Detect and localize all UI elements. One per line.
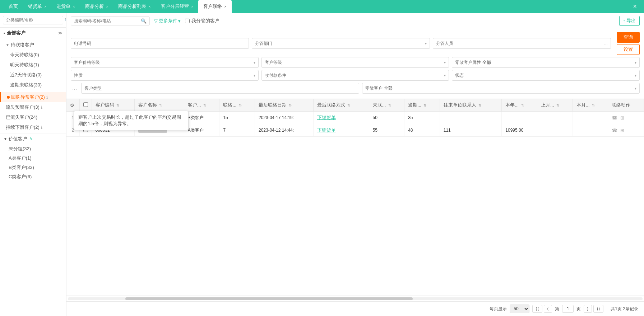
sidebar-item-class-b[interactable]: B类客户(33) [0, 163, 66, 172]
sort-last-month-icon[interactable]: ⇅ [556, 103, 559, 107]
close-purchase-icon[interactable]: × [73, 4, 75, 9]
nav-customer-contact[interactable]: 客户联络 × [198, 0, 231, 13]
col-checkbox [79, 99, 92, 112]
sort-uncontact-icon[interactable]: ⇅ [388, 103, 391, 107]
customer-type-field[interactable]: 客户类型 [81, 83, 359, 94]
page-size-select[interactable]: 50 100 200 [510, 305, 529, 313]
status-field[interactable]: 状态 ▾ [452, 70, 640, 81]
retail-attr-field[interactable]: 零散客户属性 全部 ▾ [452, 57, 640, 68]
sort-date-icon[interactable]: ⇅ [289, 103, 292, 107]
sort-overdue-icon[interactable]: ⇅ [423, 103, 426, 107]
page-navigation: ⟨⟨ ⟨ 第 页 ⟩ ⟩⟩ [532, 305, 603, 313]
retail-customer-field[interactable]: 零散客户 全部 ▾ [362, 83, 640, 94]
more-action-icon[interactable]: ⊞ [620, 128, 624, 133]
export-button[interactable]: ↑ 导出 [619, 16, 640, 26]
more-filters-dots[interactable]: ... [71, 85, 78, 91]
waiting-contact-title[interactable]: ▼ 待联络客户 [0, 40, 66, 50]
sort-contact-person-icon[interactable]: ⇅ [478, 103, 481, 107]
page-number-input[interactable] [562, 305, 574, 313]
settings-gear-icon[interactable]: ⚙ [70, 103, 74, 108]
gender-dropdown-icon: ▾ [254, 74, 255, 77]
col-type: 客户... ⇅ [184, 99, 219, 112]
sort-this-month-icon[interactable]: ⇅ [592, 103, 595, 107]
nav-customer-tier[interactable]: 客户分层经营 × [156, 0, 198, 13]
sidebar-item-declining[interactable]: 持续下滑客户(2) ℹ [0, 122, 66, 132]
nav-goods-analysis[interactable]: 商品分析 × [80, 0, 113, 13]
close-goods-analysis-icon[interactable]: × [106, 4, 108, 9]
close-sales-icon[interactable]: × [44, 4, 46, 9]
col-settings[interactable]: ⚙ [66, 99, 79, 112]
sort-name-icon[interactable]: ⇅ [159, 103, 162, 107]
sidebar-expand-icon[interactable]: ≫ [58, 31, 62, 36]
manager-field[interactable]: 分管人员 ... [433, 38, 611, 49]
phone-field[interactable]: 电话号码 [71, 38, 249, 49]
edit-value-customers-icon[interactable]: ✎ [29, 137, 33, 141]
row-overdue-cell: 48 [404, 124, 440, 137]
sidebar-item-class-a[interactable]: A类客户(1) [0, 154, 66, 163]
contact-action-icon[interactable]: ☎ [612, 115, 617, 121]
all-customers-title[interactable]: ▪ 全部客户 ≫ [0, 28, 66, 38]
search-icon[interactable]: 🔍 [141, 18, 147, 24]
price-level-dropdown-icon: ▾ [254, 61, 255, 65]
scroll-thumb[interactable] [125, 297, 413, 300]
gender-field[interactable]: 性质 ▾ [71, 70, 259, 81]
dept-field[interactable]: 分管部门 ▾ [252, 38, 430, 49]
sort-code-icon[interactable]: ⇅ [116, 103, 119, 107]
col-name: 客户名称 ⇅ [134, 99, 184, 112]
scroll-track[interactable] [68, 297, 643, 300]
more-action-icon[interactable]: ⊞ [620, 115, 624, 121]
sidebar-item-7days[interactable]: 近7天待联络(0) [0, 70, 66, 80]
nav-goods-list[interactable]: 商品分析列表 × [113, 0, 156, 13]
sort-contact-count-icon[interactable]: ⇅ [239, 103, 242, 107]
col-contact-person: 往来单位联系人 ⇅ [440, 99, 502, 112]
sidebar-item-lost-warning[interactable]: 流失预警客户(3) ℹ [0, 102, 66, 112]
nav-home[interactable]: 首页 [4, 0, 23, 13]
close-customer-contact-icon[interactable]: × [224, 4, 226, 9]
sidebar-item-tomorrow[interactable]: 明天待联络(1) [0, 60, 66, 70]
contact-action-icon[interactable]: ☎ [612, 128, 617, 133]
info-icon: ℹ [46, 95, 48, 100]
settings-button[interactable]: 设置 [617, 44, 640, 55]
payment-field[interactable]: 收付款条件 ▾ [261, 70, 449, 81]
close-customer-tier-icon[interactable]: × [191, 4, 193, 9]
sidebar-search-input[interactable] [3, 16, 63, 24]
first-page-button[interactable]: ⟨⟨ [532, 305, 542, 313]
more-conditions-button[interactable]: ▽ 更多条件 ▾ [154, 18, 181, 24]
prev-page-button[interactable]: ⟨ [544, 305, 552, 313]
select-all-checkbox[interactable] [83, 102, 88, 107]
search-input[interactable] [74, 18, 139, 23]
pagination-bar: 每页显示 50 100 200 ⟨⟨ ⟨ 第 页 ⟩ ⟩⟩ 共1页 2条记录 [66, 301, 644, 316]
close-window-button[interactable]: × [629, 3, 640, 10]
nav-purchase[interactable]: 进货单 × [51, 0, 80, 13]
sidebar-item-class-c[interactable]: C类客户(6) [0, 172, 66, 181]
action-buttons: 查询 设置 [617, 32, 640, 55]
nav-sales[interactable]: 销货单 × [23, 0, 51, 13]
last-contact-type-link[interactable]: 下销货单 [317, 127, 336, 133]
my-customers-checkbox[interactable] [185, 19, 190, 23]
close-goods-list-icon[interactable]: × [148, 4, 150, 9]
last-page-button[interactable]: ⟩⟩ [593, 305, 603, 313]
horizontal-scrollbar[interactable] [66, 296, 644, 301]
waiting-contact-group: ▼ 待联络客户 今天待联络(0) 明天待联络(1) 近7天待联络(0) 逾期未联… [0, 38, 66, 91]
sidebar-item-today[interactable]: 今天待联络(0) [0, 50, 66, 60]
row-last-contact-type-cell[interactable]: 下销货单 [313, 112, 369, 124]
query-button[interactable]: 查询 [617, 32, 640, 43]
chevron-down-icon: ▾ [178, 18, 181, 24]
my-customers-filter[interactable]: 我分管的客户 [185, 18, 219, 24]
sidebar-item-repurchase-abnormal[interactable]: 回购异常客户(2) ℹ [0, 92, 66, 102]
sidebar-item-unclassified[interactable]: 未分组(32) [0, 144, 66, 154]
col-last-contact-type: 最后联络方式 ⇅ [313, 99, 369, 112]
manager-dots-icon: ... [604, 41, 608, 46]
sort-contact-type-icon[interactable]: ⇅ [347, 103, 350, 107]
price-level-field[interactable]: 客户价格等级 ▾ [71, 57, 259, 68]
sort-this-year-icon[interactable]: ⇅ [521, 103, 524, 107]
customer-level-field[interactable]: 客户等级 ▾ [261, 57, 449, 68]
last-contact-type-link[interactable]: 下销货单 [317, 115, 336, 120]
sort-type-icon[interactable]: ⇅ [203, 103, 206, 107]
col-code: 客户编码 ⇅ [92, 99, 134, 112]
row-last-contact-type-cell[interactable]: 下销货单 [313, 124, 369, 137]
customer-level-dropdown-icon: ▾ [444, 61, 446, 65]
sidebar-item-already-lost[interactable]: 已流失客户(24) [0, 112, 66, 122]
next-page-button[interactable]: ⟩ [584, 305, 592, 313]
sidebar-item-overdue[interactable]: 逾期未联络(30) [0, 80, 66, 90]
